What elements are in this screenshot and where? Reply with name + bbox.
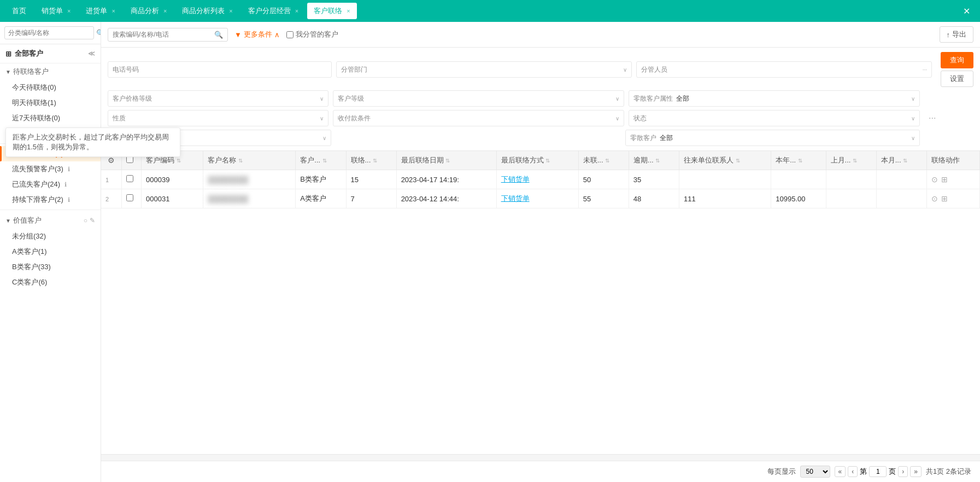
sort-contacts-icon[interactable]: ⇅ <box>736 158 740 164</box>
row-1-link-icon[interactable]: ⊙ <box>931 175 938 184</box>
sidebar-search-icon[interactable]: 🔍 <box>96 29 101 37</box>
sidebar-collapse-btn[interactable]: ≪ <box>88 50 95 57</box>
close-purchase-tab[interactable]: × <box>112 8 115 14</box>
nav-customer-tier[interactable]: 客户分层经营 × <box>242 3 305 19</box>
page-number-input[interactable] <box>869 466 887 477</box>
circle-icon[interactable]: ○ <box>84 217 87 224</box>
close-sales-tab[interactable]: × <box>67 8 71 14</box>
first-page-btn[interactable]: « <box>835 466 846 477</box>
more-conditions-btn[interactable]: ▼ 更多条件 ∧ <box>234 30 280 39</box>
pending-contact-group[interactable]: ▼ 待联络客户 <box>0 63 101 80</box>
sidebar-item-churn-warning[interactable]: 流失预警客户(3) ℹ <box>0 161 101 177</box>
query-button[interactable]: 查询 <box>941 52 973 68</box>
status-filter[interactable]: 状态 ∨ <box>629 110 920 126</box>
sort-last-method-icon[interactable]: ⇅ <box>545 158 550 164</box>
table-row: 1 000039 ████████ B类客户 15 2023-04-17 14:… <box>101 170 980 189</box>
export-button[interactable]: ↑ 导出 <box>940 26 974 43</box>
horizontal-scrollbar[interactable] <box>101 454 980 461</box>
retail-filter[interactable]: 零散客户 全部 ∨ <box>625 130 920 146</box>
value-triangle-icon: ▼ <box>5 218 11 224</box>
sidebar-item-class-b[interactable]: B类客户(33) <box>0 259 101 275</box>
sidebar-divider-2 <box>0 210 101 210</box>
phone-filter[interactable]: 电话号码 <box>108 61 332 78</box>
close-product-analysis-tab[interactable]: × <box>163 8 167 14</box>
sort-last-date-icon[interactable]: ⇅ <box>445 158 450 164</box>
row-2-name: ████████ <box>203 189 296 208</box>
row-1-checkbox[interactable] <box>126 175 133 182</box>
sidebar-item-class-a[interactable]: A类客户(1) <box>0 244 101 259</box>
sidebar-search-input[interactable] <box>4 26 94 39</box>
active-left-bar <box>0 146 2 161</box>
search-input[interactable] <box>113 31 211 38</box>
page-size-select[interactable]: 50 20 100 200 <box>800 466 830 478</box>
row-2-actions: ⊙ ⊞ <box>926 189 979 208</box>
close-customer-tier-tab[interactable]: × <box>295 8 298 14</box>
filter-row-1: 电话号码 分管部门 ∨ 分管人员 ··· 查询 设置 <box>108 52 973 87</box>
retail-attr-filter[interactable]: 零散客户属性 全部 ∨ <box>629 90 920 107</box>
sort-type-icon[interactable]: ⇅ <box>322 158 327 164</box>
my-customers-checkbox[interactable] <box>286 31 294 38</box>
edit-icon[interactable]: ✎ <box>90 217 95 224</box>
sidebar-item-today[interactable]: 今天待联络(0) <box>0 80 101 95</box>
staff-filter[interactable]: 分管人员 ··· <box>636 61 932 78</box>
sidebar-item-declining[interactable]: 持续下滑客户(2) ℹ <box>0 192 101 207</box>
sort-last-month-icon[interactable]: ⇅ <box>853 158 857 164</box>
nav-product-analysis[interactable]: 商品分析 × <box>124 3 173 19</box>
sidebar-item-churned[interactable]: 已流失客户(24) ℹ <box>0 177 101 192</box>
sort-liaison-icon[interactable]: ⇅ <box>373 158 377 164</box>
dept-label: 分管部门 <box>341 65 367 74</box>
all-customers-header[interactable]: ⊞ 全部客户 ≪ <box>0 44 101 63</box>
sort-this-month-icon[interactable]: ⇅ <box>903 158 907 164</box>
payment-filter[interactable]: 收付款条件 ∨ <box>333 110 624 126</box>
info-icon-2[interactable]: ℹ <box>64 181 67 188</box>
row-2-grid-icon[interactable]: ⊞ <box>941 194 948 203</box>
row-2-link-icon[interactable]: ⊙ <box>931 194 938 203</box>
filter-actions: 查询 设置 <box>941 52 973 87</box>
row-2-checkbox[interactable] <box>126 194 133 201</box>
page-size-label: 每页显示 <box>767 467 796 477</box>
row-1-year-amt <box>771 170 826 189</box>
info-icon-1[interactable]: ℹ <box>68 166 70 173</box>
row-1-overdue: 35 <box>629 170 679 189</box>
main-layout: 🔍 ⊞ 全部客户 ≪ ▼ 待联络客户 今天待联络(0) 明天待联络(1) 近7天… <box>0 22 980 482</box>
filter-extra-dots[interactable]: ··· <box>929 113 936 123</box>
nav-sales[interactable]: 销货单 × <box>35 3 77 19</box>
nav-home[interactable]: 首页 <box>5 3 33 19</box>
dept-filter[interactable]: 分管部门 ∨ <box>336 61 632 78</box>
nav-customer-contact[interactable]: 客户联络 × <box>307 3 356 19</box>
row-num-2: 2 <box>101 189 122 208</box>
cust-grade-filter[interactable]: 客户等级 ∨ <box>333 90 624 107</box>
nav-product-list[interactable]: 商品分析列表 × <box>175 3 239 19</box>
page-label: 第 <box>860 467 867 477</box>
settings-button[interactable]: 设置 <box>941 71 973 87</box>
window-close-button[interactable]: ✕ <box>959 4 975 19</box>
sidebar-item-7days[interactable]: 近7天待联络(0) <box>0 111 101 126</box>
sort-year-amt-icon[interactable]: ⇅ <box>798 158 802 164</box>
sidebar-item-tomorrow[interactable]: 明天待联络(1) <box>0 95 101 111</box>
next-page-btn[interactable]: › <box>898 466 908 477</box>
sort-name-icon[interactable]: ⇅ <box>238 158 243 164</box>
row-1-month-amt <box>876 170 926 189</box>
my-customers-checkbox-area: 我分管的客户 <box>286 30 338 39</box>
sidebar-item-ungrouped[interactable]: 未分组(32) <box>0 229 101 244</box>
prev-page-btn[interactable]: ‹ <box>848 466 858 477</box>
table-container[interactable]: ⚙ 客户编码 ⇅ 客户名称 ⇅ <box>101 151 980 454</box>
chevron-up-icon: ∧ <box>274 31 280 39</box>
nav-purchase[interactable]: 进货单 × <box>79 3 121 19</box>
price-grade-filter[interactable]: 客户价格等级 ∨ <box>108 90 328 107</box>
sidebar-item-class-c[interactable]: C类客户(6) <box>0 275 101 290</box>
close-product-list-tab[interactable]: × <box>229 8 232 14</box>
row-2-last-method: 下销货单 <box>496 189 578 208</box>
close-customer-contact-tab[interactable]: × <box>347 8 350 14</box>
sort-not-contact-icon[interactable]: ⇅ <box>605 158 609 164</box>
col-year-amt: 本年... ⇅ <box>771 151 826 170</box>
last-page-btn[interactable]: » <box>910 466 922 477</box>
row-1-grid-icon[interactable]: ⊞ <box>941 175 948 184</box>
sort-overdue-icon[interactable]: ⇅ <box>655 158 660 164</box>
value-customer-group[interactable]: ▼ 价值客户 ○ ✎ <box>0 212 101 229</box>
search-btn-icon[interactable]: 🔍 <box>214 31 223 39</box>
info-icon-3[interactable]: ℹ <box>68 196 70 204</box>
col-contacts: 往来单位联系人 ⇅ <box>679 151 771 170</box>
sort-code-icon[interactable]: ⇅ <box>177 158 181 164</box>
gender-filter[interactable]: 性质 ∨ <box>108 110 328 126</box>
